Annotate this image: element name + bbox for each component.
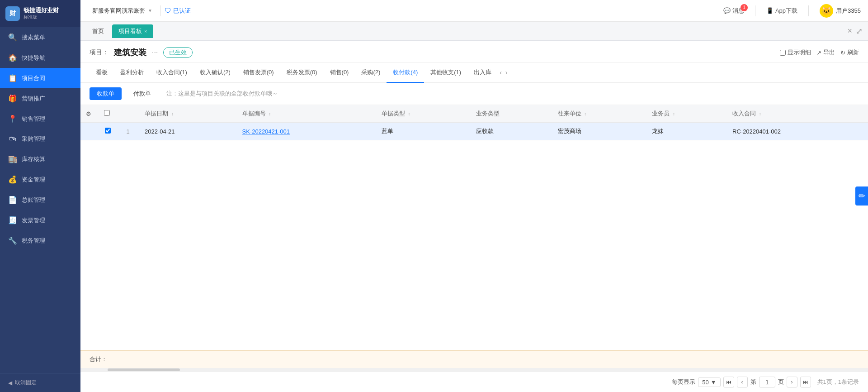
row-date-cell: 2022-04-21 (139, 123, 237, 140)
sidebar-label-tax: 税务管理 (22, 237, 45, 245)
sidebar-label-finance: 资金管理 (22, 176, 45, 184)
ledger-icon: 📄 (8, 196, 17, 204)
sidebar-item-inventory[interactable]: 🏬 库存核算 (0, 149, 80, 169)
sub-tab-profit[interactable]: 盈利分析 (114, 63, 150, 83)
table-row: 1 2022-04-21 SK-20220421-001 蓝单 应收款 宏茂商场… (80, 123, 868, 140)
sidebar-label-invoice: 发票管理 (22, 216, 45, 225)
app-subtitle: 标准版 (24, 14, 59, 20)
sidebar-item-sales[interactable]: 📍 销售管理 (0, 109, 80, 129)
export-icon: ↗ (816, 49, 821, 56)
purchase-icon: 🛍 (8, 135, 17, 143)
receipt-table: ⚙ 单据日期 ↕ 单据编号 ↕ (80, 105, 868, 140)
right-float-button[interactable]: ✏ (855, 186, 868, 206)
table-scrollbar[interactable] (80, 368, 868, 372)
col-biz-type: 业务类型 (471, 105, 552, 123)
page-size-select[interactable]: 50 ▼ (698, 378, 720, 387)
message-button[interactable]: 💬 消息 1 (723, 7, 744, 15)
row-code-cell[interactable]: SK-20220421-001 (237, 123, 376, 140)
sidebar-item-purchase[interactable]: 🛍 采购管理 (0, 129, 80, 149)
sub-tab-tax-invoice[interactable]: 税务发票(0) (280, 63, 324, 83)
sidebar-header: 财 畅捷通好业财 标准版 (0, 0, 80, 27)
account-switcher[interactable]: 新服务官网演示账套 ▼ (88, 7, 157, 15)
phone-icon: 📱 (766, 7, 774, 14)
right-float-icon: ✏ (859, 191, 865, 201)
col-partner[interactable]: 往来单位 ↕ (552, 105, 647, 123)
sidebar-item-search[interactable]: 🔍 搜索菜单 (0, 27, 80, 48)
sidebar-item-ledger[interactable]: 📄 总账管理 (0, 190, 80, 210)
payment-filter-button[interactable]: 付款单 (126, 87, 158, 100)
col-checkbox (99, 105, 117, 123)
show-detail-label[interactable]: 显示明细 (780, 48, 811, 57)
tab-project-board[interactable]: 项目看板 × (112, 24, 153, 38)
marketing-icon: 🎁 (8, 94, 17, 103)
receipt-filter-button[interactable]: 收款单 (90, 87, 122, 100)
sub-nav-next[interactable]: › (504, 69, 509, 76)
col-salesman[interactable]: 业务员 ↕ (646, 105, 727, 123)
sidebar-nav: 🔍 搜索菜单 🏠 快捷导航 📋 项目合同 🎁 营销推广 📍 销售管理 🛍 采购管… (0, 27, 80, 373)
sub-tab-sales[interactable]: 销售(0) (324, 63, 355, 83)
refresh-button[interactable]: ↻ 刷新 (840, 48, 859, 57)
col-income-contract[interactable]: 收入合同 ↕ (727, 105, 868, 123)
sub-tab-other-income[interactable]: 其他收支(1) (424, 63, 467, 83)
col-date[interactable]: 单据日期 ↕ (139, 105, 237, 123)
row-settings-cell (80, 123, 99, 140)
sub-tab-kanban[interactable]: 看板 (90, 63, 114, 83)
sub-tab-inout[interactable]: 出入库 (467, 63, 498, 83)
sidebar-item-invoice[interactable]: 🧾 发票管理 (0, 210, 80, 230)
project-more-button[interactable]: ··· (152, 48, 158, 57)
sidebar-unpin[interactable]: ◀ 取消固定 (0, 373, 80, 392)
row-code-link[interactable]: SK-20220421-001 (242, 128, 290, 135)
project-icon: 📋 (8, 74, 17, 82)
select-all-checkbox[interactable] (104, 110, 110, 116)
window-expand-button[interactable]: ⤢ (856, 26, 863, 36)
sidebar-item-shortcut[interactable]: 🏠 快捷导航 (0, 48, 80, 68)
sidebar-item-project[interactable]: 📋 项目合同 (0, 68, 80, 88)
sub-tab-income-contract[interactable]: 收入合同(1) (150, 63, 193, 83)
prev-page-button[interactable]: ‹ (737, 377, 748, 387)
export-button[interactable]: ↗ 导出 (816, 48, 835, 57)
first-page-button[interactable]: ⏮ (723, 377, 734, 387)
sub-tab-income-confirm[interactable]: 收入确认(2) (193, 63, 237, 83)
user-label: 用户3355 (836, 7, 861, 15)
row-checkbox[interactable] (105, 128, 111, 134)
sidebar-item-finance[interactable]: 💰 资金管理 (0, 169, 80, 190)
tab-close-icon[interactable]: × (144, 29, 147, 34)
current-page-input[interactable] (759, 377, 775, 387)
project-name: 建筑安装 (114, 47, 146, 58)
sidebar-label-ledger: 总账管理 (22, 196, 45, 204)
partner-sort-icon: ↕ (584, 111, 586, 116)
pagination: 每页显示 50 ▼ ⏮ ‹ 第 页 › ⏭ 共1页，1条记录 (80, 372, 868, 392)
page-size-label: 每页显示 (672, 378, 695, 386)
sidebar: 财 畅捷通好业财 标准版 🔍 搜索菜单 🏠 快捷导航 📋 项目合同 🎁 营销推广… (0, 0, 80, 392)
account-dropdown-arrow: ▼ (148, 8, 152, 13)
sub-tab-purchase[interactable]: 采购(2) (355, 63, 387, 83)
sub-tab-sales-invoice[interactable]: 销售发票(0) (237, 63, 280, 83)
col-settings[interactable]: ⚙ (80, 105, 99, 123)
app-title-block: 畅捷通好业财 标准版 (24, 7, 59, 21)
col-type[interactable]: 单据类型 ↕ (376, 105, 471, 123)
row-checkbox-cell[interactable] (99, 123, 117, 140)
sidebar-label-project: 项目合同 (22, 74, 45, 82)
sales-icon: 📍 (8, 115, 17, 123)
sub-nav-prev[interactable]: ‹ (498, 69, 504, 76)
sidebar-item-tax[interactable]: 🔧 税务管理 (0, 230, 80, 251)
next-page-button[interactable]: › (787, 377, 797, 387)
tab-home[interactable]: 首页 (86, 24, 110, 38)
user-menu[interactable]: 🐱 用户3355 (820, 4, 861, 18)
table-footer: 合计： (80, 350, 868, 368)
window-close-button[interactable]: × (847, 26, 852, 36)
last-page-button[interactable]: ⏭ (800, 377, 811, 387)
sidebar-label-sales: 销售管理 (22, 115, 45, 123)
show-detail-checkbox[interactable] (780, 50, 786, 56)
sub-tab-receipt[interactable]: 收付款(4) (387, 63, 424, 83)
row-partner-cell: 宏茂商场 (552, 123, 647, 140)
app-download-button[interactable]: 📱 App下载 (766, 7, 797, 15)
invoice-icon: 🧾 (8, 216, 17, 225)
col-code[interactable]: 单据编号 ↕ (237, 105, 376, 123)
finance-icon: 💰 (8, 175, 17, 184)
date-sort-icon: ↕ (171, 111, 174, 116)
sidebar-item-marketing[interactable]: 🎁 营销推广 (0, 88, 80, 109)
certified-badge: 🛡 已认证 (165, 7, 191, 15)
scrollbar-thumb[interactable] (108, 368, 180, 371)
page-label: 第 (750, 378, 756, 386)
